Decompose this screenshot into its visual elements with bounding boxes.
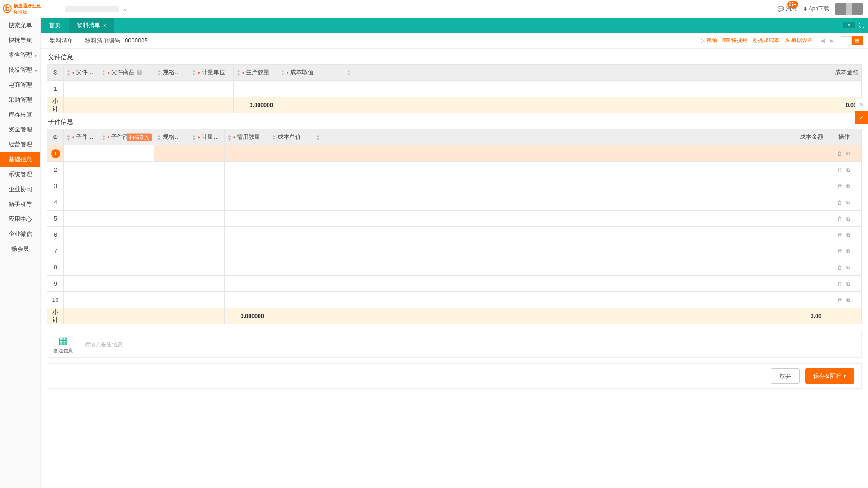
add-row-button[interactable]: +: [51, 149, 60, 158]
child-row[interactable]: 3🗑⧉: [47, 178, 862, 194]
hotkey-link[interactable]: ⌨快捷键: [722, 37, 748, 44]
delete-row-icon[interactable]: 🗑: [837, 199, 843, 206]
sidebar-item-7[interactable]: 资金管理: [0, 122, 40, 137]
col-parent-code[interactable]: ▲▼•父件…: [64, 65, 99, 81]
col-parent-qty[interactable]: ▲▼•生产数量: [234, 65, 278, 81]
col-parent-costamt[interactable]: ▲▼成本金额: [344, 65, 862, 81]
discard-button[interactable]: 放弃: [771, 368, 800, 384]
tab-bom[interactable]: 物料清单 ×: [69, 18, 114, 33]
copy-row-icon[interactable]: ⧉: [846, 248, 850, 254]
child-row[interactable]: 5🗑⧉: [47, 211, 862, 227]
play-icon: ▷: [701, 38, 705, 44]
chevron-down-icon: ▾: [844, 374, 846, 379]
sidebar-item-15[interactable]: 畅会员: [0, 242, 40, 257]
col-child-spec[interactable]: ▲▼规格…: [154, 129, 189, 145]
parent-row[interactable]: 1: [47, 81, 862, 97]
delete-row-icon[interactable]: 🗑: [837, 232, 843, 238]
col-child-uom[interactable]: ▲▼•计量…: [189, 129, 225, 145]
close-all-tabs[interactable]: ×: [843, 22, 855, 28]
child-settings-header[interactable]: ⚙: [47, 129, 64, 145]
sidebar-item-12[interactable]: 新手引导: [0, 197, 40, 212]
child-row[interactable]: 7🗑⧉: [47, 243, 862, 259]
child-subtotal-qty: 0.000000: [225, 308, 269, 324]
copy-row-icon[interactable]: ⧉: [846, 150, 850, 157]
child-subtotal-row: 小计 0.000000 0.00: [47, 308, 862, 324]
delete-row-icon[interactable]: 🗑: [837, 297, 843, 303]
video-link[interactable]: ▷视频: [701, 37, 717, 44]
col-child-costamt[interactable]: ▲▼成本金额: [313, 129, 826, 145]
gear-icon: ⚙: [53, 70, 58, 76]
copy-row-icon[interactable]: ⧉: [846, 183, 850, 189]
brand-logo: ⓑ 畅捷通好生意 标准版: [0, 2, 43, 16]
prev-doc[interactable]: ◀: [818, 38, 826, 44]
remarks-input[interactable]: 请输入备注信息: [79, 331, 861, 357]
copy-row-icon[interactable]: ⧉: [846, 167, 850, 173]
copy-row-icon[interactable]: ⧉: [846, 297, 850, 303]
tab-home[interactable]: 首页: [41, 18, 69, 33]
col-parent-product[interactable]: ▲▼•父件商品?: [99, 65, 154, 81]
delete-row-icon[interactable]: 🗑: [837, 216, 843, 222]
sidebar-item-5[interactable]: 采购管理: [0, 93, 40, 108]
parent-subtotal-row: 小计 0.000000 0.00: [47, 97, 862, 113]
user-avatar[interactable]: [835, 3, 863, 15]
app-download-link[interactable]: ⬇ App下载: [803, 5, 829, 13]
child-row[interactable]: +🗑⧉: [47, 145, 862, 162]
view-form[interactable]: ▤: [852, 36, 863, 45]
fullscreen-icon[interactable]: ⛶: [855, 22, 868, 28]
scan-input-badge[interactable]: 扫码录入: [127, 133, 152, 141]
view-list[interactable]: ≡: [841, 36, 852, 45]
copy-row-icon[interactable]: ⧉: [846, 232, 850, 238]
delete-row-icon[interactable]: 🗑: [837, 183, 843, 189]
col-parent-costbase[interactable]: ▲▼•成本取值: [278, 65, 344, 81]
delete-row-icon[interactable]: 🗑: [837, 281, 843, 287]
messages-link[interactable]: 💬 消息 99+: [778, 5, 797, 13]
sidebar-item-4[interactable]: 电商管理: [0, 78, 40, 93]
close-icon[interactable]: ×: [103, 23, 106, 28]
col-parent-uom[interactable]: ▲▼•计量单位: [189, 65, 234, 81]
delete-row-icon[interactable]: 🗑: [837, 150, 843, 157]
col-child-code[interactable]: ▲▼•子件…: [64, 129, 99, 145]
save-and-new-button[interactable]: 保存&新增▾: [805, 368, 854, 384]
sidebar-item-11[interactable]: 企业协同: [0, 182, 40, 197]
sidebar-item-14[interactable]: 企业微信: [0, 227, 40, 242]
sidebar-item-6[interactable]: 库存核算: [0, 108, 40, 122]
copy-row-icon[interactable]: ⧉: [846, 199, 850, 206]
org-selector[interactable]: ⌄: [65, 6, 127, 12]
sidebar-item-9[interactable]: 基础信息: [0, 152, 40, 167]
col-parent-spec[interactable]: ▲▼规格…: [154, 65, 189, 81]
col-child-product[interactable]: ▲▼•子件商扫码录入: [99, 129, 154, 145]
copy-row-icon[interactable]: ⧉: [846, 264, 850, 271]
child-row[interactable]: 4🗑⧉: [47, 194, 862, 211]
child-row[interactable]: 6🗑⧉: [47, 227, 862, 243]
copy-row-icon[interactable]: ⧉: [846, 281, 850, 287]
sidebar-item-2[interactable]: 零售管理: [0, 48, 40, 63]
extract-cost-link[interactable]: ⎘提取成本: [753, 37, 779, 44]
sidebar-item-13[interactable]: 应用中心: [0, 212, 40, 227]
delete-row-icon[interactable]: 🗑: [837, 248, 843, 254]
delete-row-icon[interactable]: 🗑: [837, 264, 843, 271]
child-row[interactable]: 8🗑⧉: [47, 259, 862, 276]
col-child-ops: 操作: [826, 129, 862, 145]
help-icon[interactable]: ?: [137, 70, 142, 75]
sidebar-item-0[interactable]: 搜索菜单: [0, 18, 40, 33]
col-child-unitcost[interactable]: ▲▼成本单价: [269, 129, 313, 145]
doc-settings-link[interactable]: ⚙单据设置: [785, 37, 813, 44]
sidebar-item-10[interactable]: 系统管理: [0, 167, 40, 182]
parent-settings-header[interactable]: ⚙: [47, 65, 64, 81]
edit-tool[interactable]: ✎: [855, 99, 868, 111]
copy-row-icon[interactable]: ⧉: [846, 216, 850, 222]
row-index: 1: [47, 81, 64, 97]
sidebar-item-8[interactable]: 经营管理: [0, 137, 40, 152]
expand-tool[interactable]: ⤢: [855, 111, 868, 124]
child-table: ⚙ ▲▼•子件… ▲▼•子件商扫码录入 ▲▼规格… ▲▼•计量… ▲▼•需用数量…: [47, 129, 862, 324]
col-child-qty[interactable]: ▲▼•需用数量: [225, 129, 269, 145]
child-row[interactable]: 9🗑⧉: [47, 276, 862, 292]
child-row[interactable]: 2🗑⧉: [47, 162, 862, 178]
sidebar-item-1[interactable]: 快捷导航: [0, 33, 40, 48]
sidebar-item-3[interactable]: 批发管理: [0, 63, 40, 78]
delete-row-icon[interactable]: 🗑: [837, 167, 843, 173]
parent-table: ⚙ ▲▼•父件… ▲▼•父件商品? ▲▼规格… ▲▼•计量单位 ▲▼•生产数量 …: [47, 64, 862, 113]
child-row[interactable]: 10🗑⧉: [47, 292, 862, 308]
next-doc[interactable]: ▶: [827, 38, 835, 44]
top-bar: ⓑ 畅捷通好生意 标准版 ⌄ 💬 消息 99+ ⬇ App下载: [0, 0, 868, 18]
